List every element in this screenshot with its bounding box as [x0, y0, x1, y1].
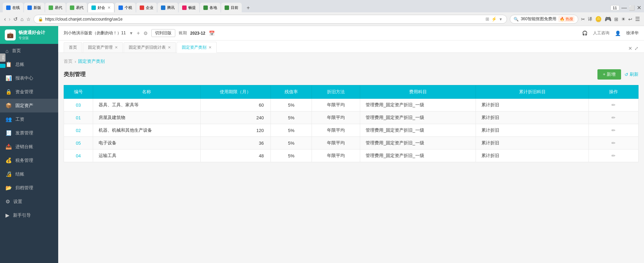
tab-home[interactable]: 首页: [64, 42, 82, 52]
tab-count-badge[interactable]: 11: [610, 5, 619, 11]
refresh-button[interactable]: ↺ 刷新: [624, 71, 639, 77]
tab-label: 在线: [12, 5, 20, 10]
add-button[interactable]: + 新增: [597, 69, 621, 80]
browser-tab-zaixian[interactable]: 在线: [3, 3, 23, 12]
sidebar-item-close-period[interactable]: 🔏 结账: [0, 167, 58, 181]
logo-title: 畅捷通好会计: [18, 29, 45, 36]
cell-rate: 5%: [271, 124, 312, 137]
edge-btn-2[interactable]: [0, 64, 5, 68]
tab-label: 个税: [125, 5, 132, 10]
col-header-code: 编号: [64, 85, 93, 99]
browser-tab-tengxun[interactable]: 腾讯: [157, 3, 178, 12]
dropdown-arrow[interactable]: ▼: [129, 31, 133, 36]
table-row: 03 器具、工具、家具等 60 5% 年限平均 管理费用_固定资产折旧_一级 累…: [64, 99, 639, 111]
cell-code[interactable]: 02: [64, 124, 93, 137]
nav-forward[interactable]: ›: [9, 16, 10, 22]
sidebar-item-invoice[interactable]: 🧾 发票管理: [0, 126, 58, 140]
add-company-btn[interactable]: +: [137, 30, 140, 36]
browser-tab-yidai2[interactable]: 易代: [66, 3, 87, 12]
window-close[interactable]: ✕: [637, 4, 641, 11]
sidebar-label: 工资: [15, 116, 24, 122]
tab-panel-close[interactable]: ✕: [628, 46, 632, 51]
browser-tab-close[interactable]: ✕: [108, 5, 111, 10]
sidebar-item-archive[interactable]: 📂 归档管理: [0, 181, 58, 195]
sidebar-label: 税务管理: [15, 157, 33, 164]
sidebar-item-reports[interactable]: 📊 报表中心: [0, 71, 58, 85]
sidebar-item-tutorial[interactable]: ▶ 新手引导: [0, 208, 58, 222]
game-icon: 🎮: [605, 16, 611, 22]
cell-action[interactable]: ✏: [589, 137, 639, 150]
report-icon: 📊: [5, 75, 12, 81]
url-input[interactable]: [45, 17, 483, 22]
cell-code[interactable]: 05: [64, 137, 93, 150]
switch-old-btn[interactable]: 切到旧版: [151, 29, 175, 37]
sidebar-item-settings[interactable]: ⚙ 设置: [0, 195, 58, 208]
tab-fixed-assets-mgmt[interactable]: 固定资产管理 ✕: [83, 42, 123, 52]
cell-code[interactable]: 03: [64, 99, 93, 111]
category-table: 编号 名称 使用期限（月） 残值率 折旧方法 费用科目 累计折旧科目 操作 03…: [64, 85, 639, 162]
cell-action[interactable]: ✏: [589, 111, 639, 124]
browser-tab-xinban[interactable]: 新版: [24, 3, 45, 12]
cell-action[interactable]: ✏: [589, 99, 639, 111]
settings-gear-icon[interactable]: ⚙: [143, 31, 148, 36]
breadcrumb-home[interactable]: 首页: [64, 58, 73, 64]
tab-depreciation-table[interactable]: 固定资产折旧统计表 ✕: [124, 42, 176, 52]
cell-code[interactable]: 04: [64, 150, 93, 162]
tab-panel-expand[interactable]: ⤢: [634, 46, 639, 51]
browser-chrome: 在线 新版 易代 易代 好会 ✕ 个税 企业 腾讯 畅提 各地 目前 +: [0, 0, 644, 12]
browser-tab-qiye[interactable]: 企业: [136, 3, 157, 12]
browser-tab-muqian[interactable]: 目前: [221, 3, 242, 12]
sidebar-item-home[interactable]: ⌂ 首页: [0, 44, 58, 58]
nav-home[interactable]: ⌂: [21, 16, 24, 22]
close-period-icon: 🔏: [5, 171, 12, 177]
search-bar[interactable]: 🔍 360智能抠图免费用 🔥 热搜: [510, 15, 578, 24]
left-edge-panel: Eat: [0, 53, 5, 68]
col-header-rate: 残值率: [271, 85, 312, 99]
tab-close-icon[interactable]: ✕: [115, 45, 118, 50]
browser-tab-gedi[interactable]: 各地: [200, 3, 220, 12]
menu-icon[interactable]: ☰: [635, 16, 640, 22]
consult-label[interactable]: 人工咨询: [593, 30, 609, 36]
browser-tab-haohui[interactable]: 好会 ✕: [88, 3, 114, 12]
sidebar-item-tax[interactable]: 💰 税务管理: [0, 154, 58, 167]
table-row: 04 运输工具 48 5% 年限平均 管理费用_固定资产折旧_一级 累计折旧 ✏: [64, 150, 639, 162]
payroll-icon: 👥: [5, 116, 12, 122]
col-header-name: 名称: [93, 85, 200, 99]
sidebar-label: 资金管理: [15, 89, 33, 95]
url-input-container[interactable]: 🔒 ⊞ ⚡ ▼: [34, 15, 507, 24]
tab-close-icon[interactable]: ✕: [168, 45, 171, 50]
window-minimize[interactable]: —: [621, 5, 627, 11]
tab-fixed-assets-category[interactable]: 固定资产类别 ✕: [177, 42, 217, 53]
cell-accumulated: 累计折旧: [476, 150, 589, 162]
funds-icon: 🔒: [5, 89, 12, 95]
sidebar-item-purchase-sales[interactable]: 📥 进销台账: [0, 140, 58, 154]
window-maximize[interactable]: ⬜: [629, 5, 635, 11]
table-row: 01 房屋及建筑物 240 5% 年限平均 管理费用_固定资产折旧_一级 累计折…: [64, 111, 639, 124]
cell-name: 运输工具: [93, 150, 200, 162]
cell-code[interactable]: 01: [64, 111, 93, 124]
tab-label: 新版: [34, 5, 41, 10]
sidebar-label: 进销台账: [15, 144, 33, 150]
cell-months: 240: [200, 111, 271, 124]
user-info: 刘小艳演示版套（勿删勿动！）11: [64, 30, 126, 36]
calendar-icon[interactable]: 📅: [209, 31, 215, 36]
sidebar-item-fixed-assets[interactable]: 📦 固定资产: [0, 99, 58, 112]
cell-action[interactable]: ✏: [589, 124, 639, 137]
new-tab-button[interactable]: +: [244, 3, 253, 12]
user-avatar-icon: 👤: [615, 31, 621, 36]
sidebar-item-payroll[interactable]: 👥 工资: [0, 112, 58, 126]
nav-back[interactable]: ‹: [4, 16, 6, 22]
edge-btn-1[interactable]: Eat: [0, 53, 5, 62]
nav-star[interactable]: ☆: [26, 16, 31, 22]
cell-expense: 管理费用_固定资产折旧_一级: [360, 99, 476, 111]
sidebar-item-funds[interactable]: 🔒 资金管理: [0, 85, 58, 99]
sidebar-item-general-ledger[interactable]: 📋 总账: [0, 58, 58, 71]
browser-tab-geshu[interactable]: 个税: [115, 3, 136, 12]
tab-label: 腾讯: [167, 5, 175, 10]
browser-tab-yidai1[interactable]: 易代: [45, 3, 66, 12]
tab-close-icon[interactable]: ✕: [209, 45, 212, 50]
nav-refresh[interactable]: ↺: [13, 16, 18, 22]
browser-tab-changti[interactable]: 畅提: [179, 3, 199, 12]
page-header: 类别管理 + 新增 ↺ 刷新: [64, 69, 639, 80]
cell-action[interactable]: ✏: [589, 150, 639, 162]
